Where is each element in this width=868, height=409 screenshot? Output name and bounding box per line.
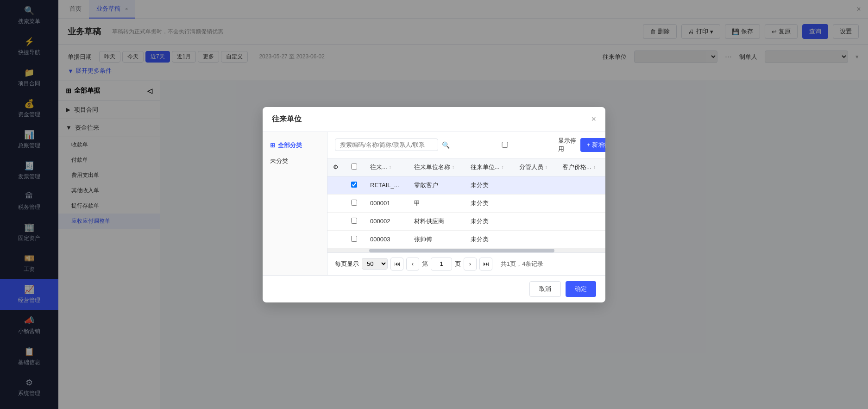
show-disabled-checkbox[interactable] <box>453 142 556 148</box>
row-code: RETAIL_... <box>365 176 409 194</box>
row-category: 未分类 <box>465 212 514 230</box>
dialog: 往来单位 × ⊞ 全部分类 未分类 🔍 <box>263 107 605 302</box>
table-row[interactable]: RETAIL_... 零散客户 未分类 <box>327 176 605 194</box>
row-select-checkbox[interactable] <box>351 236 357 242</box>
col-checkbox-header <box>346 158 365 176</box>
per-page-select[interactable]: 50 10 20 100 <box>362 258 388 270</box>
row-settings <box>327 230 346 248</box>
dialog-toolbar: 🔍 显示停用 + 新增往来单位 <box>327 132 605 158</box>
dialog-header: 往来单位 × <box>263 107 605 132</box>
row-select-checkbox[interactable] <box>351 182 357 188</box>
horizontal-scrollbar[interactable] <box>327 249 605 252</box>
dialog-sidebar-all-category[interactable]: ⊞ 全部分类 <box>263 138 327 153</box>
row-name: 零散客户 <box>409 176 465 194</box>
row-settings <box>327 194 346 212</box>
dialog-main: 🔍 显示停用 + 新增往来单位 ⚙ <box>327 132 605 275</box>
scrollbar-thumb <box>369 249 554 252</box>
grid-icon2: ⊞ <box>270 142 275 149</box>
dialog-table-wrap: ⚙ 往来... ↕ <box>327 158 605 252</box>
row-checkbox[interactable] <box>346 212 365 230</box>
add-new-unit-button[interactable]: + 新增往来单位 <box>580 138 605 152</box>
row-salesperson <box>514 194 557 212</box>
first-page-button[interactable]: ⏮ <box>390 258 403 271</box>
dialog-table: ⚙ 往来... ↕ <box>327 158 605 249</box>
settings-icon[interactable]: ⚙ <box>333 164 339 170</box>
sort-arrow-icon3: ↕ <box>501 164 503 170</box>
dialog-body: ⊞ 全部分类 未分类 🔍 显示停用 <box>263 132 605 275</box>
row-salesperson <box>514 230 557 248</box>
row-category: 未分类 <box>465 230 514 248</box>
row-pricecat <box>557 212 605 230</box>
row-pricecat <box>557 194 605 212</box>
per-page-label: 每页显示 <box>335 260 359 268</box>
row-checkbox[interactable] <box>346 194 365 212</box>
pagination: 每页显示 50 10 20 100 ⏮ ‹ 第 页 › ⏭ <box>335 258 543 271</box>
dialog-overlay: 往来单位 × ⊞ 全部分类 未分类 🔍 <box>0 0 868 409</box>
dialog-title: 往来单位 <box>272 114 302 124</box>
cancel-button[interactable]: 取消 <box>529 281 561 297</box>
dialog-sidebar: ⊞ 全部分类 未分类 <box>263 132 327 275</box>
row-salesperson <box>514 212 557 230</box>
sort-arrow-icon4: ↕ <box>545 164 547 170</box>
col-pricecat-header[interactable]: 客户价格... ↕ <box>557 158 605 176</box>
row-settings <box>327 212 346 230</box>
page-number-input[interactable] <box>431 258 452 271</box>
dialog-search: 🔍 显示停用 <box>335 137 580 153</box>
row-pricecat <box>557 176 605 194</box>
row-name: 甲 <box>409 194 465 212</box>
dialog-search-icon: 🔍 <box>442 141 450 149</box>
prev-page-button[interactable]: ‹ <box>406 258 419 271</box>
dialog-close-button[interactable]: × <box>591 114 596 124</box>
row-name: 张帅傅 <box>409 230 465 248</box>
row-name: 材料供应商 <box>409 212 465 230</box>
row-code: 000003 <box>365 230 409 248</box>
row-checkbox[interactable] <box>346 176 365 194</box>
dialog-sidebar-uncategorized[interactable]: 未分类 <box>263 153 327 169</box>
dialog-search-input[interactable] <box>335 138 438 151</box>
table-row[interactable]: 000002 材料供应商 未分类 <box>327 212 605 230</box>
sort-arrow-icon5: ↕ <box>593 164 596 170</box>
table-row[interactable]: 000003 张帅傅 未分类 <box>327 230 605 248</box>
col-code-header[interactable]: 往来... ↕ <box>365 158 409 176</box>
row-settings <box>327 176 346 194</box>
select-all-checkbox[interactable] <box>351 164 357 170</box>
row-checkbox[interactable] <box>346 230 365 248</box>
col-category-header[interactable]: 往来单位... ↕ <box>465 158 514 176</box>
col-salesperson-header[interactable]: 分管人员 ↕ <box>514 158 557 176</box>
next-page-button[interactable]: › <box>464 258 477 271</box>
row-code: 000002 <box>365 212 409 230</box>
col-settings-header: ⚙ <box>327 158 346 176</box>
total-info: 共1页，4条记录 <box>501 260 543 268</box>
last-page-button[interactable]: ⏭ <box>479 258 492 271</box>
dialog-footer: 每页显示 50 10 20 100 ⏮ ‹ 第 页 › ⏭ <box>327 252 605 275</box>
page-label: 第 <box>422 260 428 268</box>
sort-arrow-icon: ↕ <box>389 164 391 170</box>
row-category: 未分类 <box>465 194 514 212</box>
show-disabled-toggle[interactable]: 显示停用 <box>453 137 580 153</box>
dialog-actions: 取消 确定 <box>263 275 605 302</box>
page-unit: 页 <box>455 260 461 268</box>
row-pricecat <box>557 230 605 248</box>
row-code: 000001 <box>365 194 409 212</box>
row-select-checkbox[interactable] <box>351 200 357 206</box>
col-name-header[interactable]: 往来单位名称 ↕ <box>409 158 465 176</box>
table-row[interactable]: 000001 甲 未分类 <box>327 194 605 212</box>
row-select-checkbox[interactable] <box>351 218 357 224</box>
sort-arrow-icon2: ↕ <box>452 164 454 170</box>
row-salesperson <box>514 176 557 194</box>
confirm-button[interactable]: 确定 <box>566 281 596 297</box>
row-category: 未分类 <box>465 176 514 194</box>
